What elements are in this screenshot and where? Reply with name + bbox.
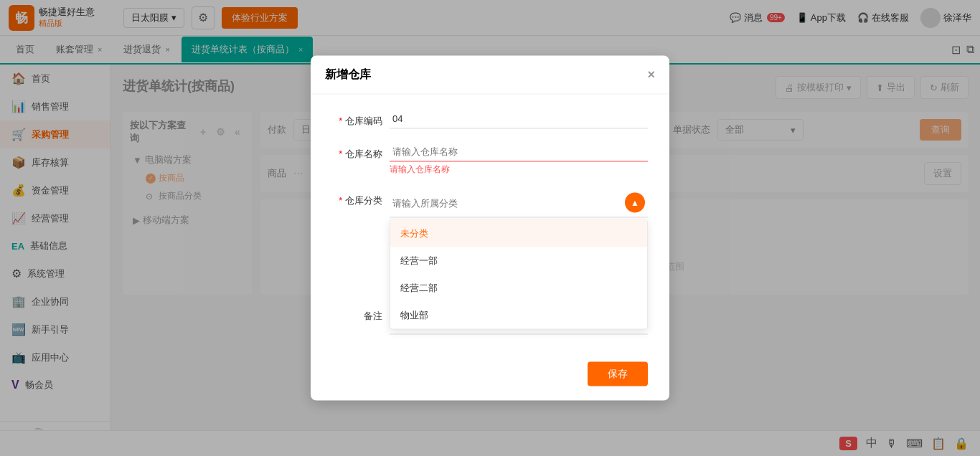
save-button[interactable]: 保存: [588, 362, 648, 386]
category-option-dept1[interactable]: 经营一部: [390, 247, 647, 275]
category-input-row: ▲: [390, 189, 648, 218]
modal-footer: 保存: [311, 362, 669, 386]
name-label: 仓库名称: [332, 142, 382, 161]
form-row-code: 仓库编码: [332, 109, 648, 129]
category-dropdown-button[interactable]: ▲: [625, 193, 645, 213]
code-input[interactable]: [390, 109, 648, 129]
modal-title: 新增仓库: [325, 67, 371, 82]
category-label: 仓库分类: [332, 189, 382, 207]
category-option-uncategorized[interactable]: 未分类: [390, 220, 647, 247]
category-option-dept2[interactable]: 经营二部: [390, 275, 647, 302]
new-warehouse-modal: 新增仓库 × 仓库编码 仓库名称 请输入仓库名称 仓库分类 ▲: [311, 56, 669, 401]
form-row-category: 仓库分类 ▲ 未分类 经营一部 经营二部 物业部: [332, 189, 648, 218]
name-field-wrap: 请输入仓库名称: [390, 142, 648, 176]
modal-close-button[interactable]: ×: [647, 67, 655, 82]
modal-body: 仓库编码 仓库名称 请输入仓库名称 仓库分类 ▲ 未分类 经营一部: [311, 95, 669, 362]
name-error-msg: 请输入仓库名称: [390, 163, 648, 176]
form-row-name: 仓库名称 请输入仓库名称: [332, 142, 648, 176]
category-wrap: ▲ 未分类 经营一部 经营二部 物业部: [390, 189, 648, 218]
category-dropdown-list: 未分类 经营一部 经营二部 物业部: [390, 219, 648, 330]
code-label: 仓库编码: [332, 109, 382, 128]
remark-label: 备注: [332, 304, 382, 323]
category-option-property[interactable]: 物业部: [390, 302, 647, 329]
name-input[interactable]: [390, 142, 648, 162]
modal-header: 新增仓库 ×: [311, 56, 669, 95]
category-input[interactable]: [392, 197, 625, 208]
